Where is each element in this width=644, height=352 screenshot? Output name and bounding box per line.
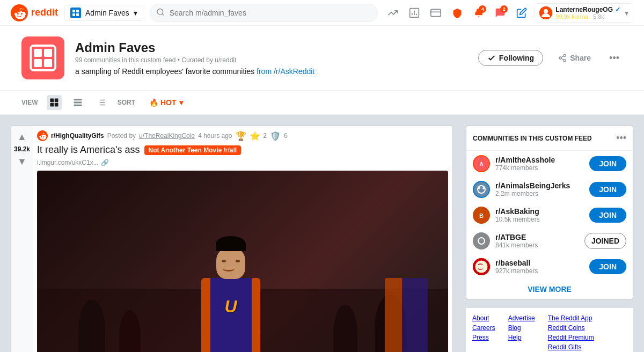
help-link[interactable]: Help	[508, 334, 535, 341]
join-aita-button[interactable]: JOIN	[589, 156, 626, 171]
feed-description: a sampling of Reddit employees' favorite…	[75, 67, 467, 76]
post-meta: r/HighQualityGifs Posted by u/TheRealKin…	[37, 130, 448, 141]
community-members: 2.2m members	[495, 190, 584, 197]
community-avatar-askbaking: B	[473, 207, 490, 224]
author-link[interactable]: u/TheRealKingCole	[139, 132, 195, 140]
nav-icons-group: 4 2 LanterneRougeOG ✓ 99.9k karma 5.8k	[384, 3, 633, 23]
following-button[interactable]: Following	[478, 50, 543, 66]
svg-point-48	[474, 233, 489, 248]
reddit-app-link[interactable]: The Reddit App	[548, 314, 594, 322]
community-item: r/ATBGE 841k members JOINED	[466, 228, 633, 254]
shield-icon-button[interactable]	[449, 4, 466, 21]
card-view-button[interactable]	[47, 95, 62, 110]
feed-selector-button[interactable]: Admin Faves ▾	[64, 5, 143, 21]
blog-link[interactable]: Blog	[508, 324, 535, 332]
svg-point-5	[157, 9, 163, 14]
user-info: LanterneRougeOG ✓ 99.9k karma 5.8k	[555, 6, 620, 20]
svg-point-17	[564, 60, 566, 62]
community-info-askbaking: r/AskBaking 10.5k members	[495, 207, 584, 223]
joined-atbge-button[interactable]: JOINED	[584, 233, 626, 249]
sidebar: Communities In This Custom Feed ••• A r/…	[466, 126, 633, 352]
community-item: r/AnimalsBeingJerks 2.2m members JOIN	[466, 177, 633, 202]
content-toolbar: VIEW SORT 🔥 HOT ▾	[0, 91, 644, 115]
feed-chevron-icon: ▾	[134, 9, 137, 17]
user-menu-button[interactable]: LanterneRougeOG ✓ 99.9k karma 5.8k ▾	[535, 3, 633, 23]
svg-rect-21	[54, 99, 58, 102]
trending-icon-button[interactable]	[384, 4, 401, 21]
svg-line-18	[561, 58, 564, 60]
svg-text:A: A	[479, 161, 484, 167]
careers-link[interactable]: Careers	[472, 324, 495, 332]
svg-text:B: B	[479, 212, 484, 219]
feed-title: Admin Faves	[75, 40, 467, 55]
logo-dot-4	[44, 59, 52, 67]
post-body: r/HighQualityGifs Posted by u/TheRealKin…	[33, 126, 452, 352]
press-link[interactable]: Press	[472, 334, 495, 341]
award-count-1: 2	[264, 132, 267, 140]
award-badge-2: ⭐	[250, 131, 260, 141]
join-askbaking-button[interactable]: JOIN	[589, 208, 626, 223]
svg-line-6	[162, 13, 164, 15]
svg-rect-4	[76, 13, 79, 16]
pencil-icon-button[interactable]	[513, 4, 530, 21]
feed-logo	[21, 36, 64, 79]
view-more-communities-button[interactable]: VIEW MORE	[466, 280, 633, 299]
svg-rect-20	[50, 99, 54, 102]
community-avatar-abj	[473, 181, 490, 198]
downvote-button[interactable]: ▼	[16, 155, 28, 168]
notification-icon-button[interactable]: 4	[470, 4, 487, 21]
reddit-gifts-link[interactable]: Reddit Gifts	[548, 343, 594, 351]
reddit-premium-link[interactable]: Reddit Premium	[548, 334, 594, 341]
reddit-coins-link[interactable]: Reddit Coins	[548, 324, 594, 332]
more-options-button[interactable]: •••	[606, 49, 623, 67]
subreddit-link[interactable]: r/HighQualityGifs	[51, 132, 104, 140]
notification-badge: 4	[479, 5, 486, 13]
search-icon	[156, 8, 165, 18]
logo-dot-1	[34, 49, 42, 57]
avatar	[539, 6, 552, 19]
svg-point-42	[474, 182, 489, 197]
community-info-atbge: r/ATBGE 841k members	[495, 233, 579, 249]
compact-view-button[interactable]	[70, 95, 85, 110]
join-abj-button[interactable]: JOIN	[589, 182, 626, 197]
external-link-icon: 🔗	[101, 159, 109, 166]
svg-rect-3	[72, 13, 75, 16]
reddit-logo-link[interactable]: reddit	[11, 4, 58, 21]
upvote-button[interactable]: ▲	[16, 130, 28, 143]
post-image: U	[37, 171, 448, 352]
feed-desc-link[interactable]: from /r/AskReddit	[257, 67, 314, 76]
sidebar-more-button[interactable]: •••	[616, 133, 626, 144]
hot-sort-button[interactable]: 🔥 HOT ▾	[144, 96, 188, 109]
community-info-abj: r/AnimalsBeingJerks 2.2m members	[495, 181, 584, 197]
post-card: ▲ 39.2k ▼ r/HighQualityGifs Posted by u/…	[11, 126, 453, 352]
share-button[interactable]: Share	[550, 50, 599, 65]
community-members: 841k members	[495, 241, 579, 249]
community-name: r/AskBaking	[495, 207, 584, 216]
community-name: r/ATBGE	[495, 233, 579, 241]
reddit-logo-icon	[11, 4, 28, 21]
advertise-link[interactable]: Advertise	[508, 314, 535, 322]
reddit-wordmark: reddit	[31, 7, 58, 18]
community-info-aita: r/AmItheAsshole 774k members	[495, 156, 584, 172]
svg-point-16	[559, 57, 561, 59]
search-input[interactable]	[150, 4, 378, 22]
time-ago: 4 hours ago	[198, 132, 232, 140]
search-container	[150, 4, 378, 22]
view-label: VIEW	[21, 99, 38, 106]
svg-rect-25	[74, 102, 82, 104]
award-count-2: 6	[284, 132, 288, 140]
svg-rect-26	[74, 105, 82, 106]
chat-badge: 2	[500, 5, 508, 13]
svg-rect-11	[431, 9, 441, 16]
join-baseball-button[interactable]: JOIN	[589, 259, 626, 274]
logo-dot-3	[34, 59, 42, 67]
list-view-button[interactable]	[94, 95, 109, 110]
community-item: A r/AmItheAsshole 774k members JOIN	[466, 151, 633, 177]
coins-icon-button[interactable]	[427, 4, 444, 21]
feed-icon	[70, 8, 81, 18]
about-link[interactable]: About	[472, 314, 495, 322]
chat-icon-button[interactable]: 2	[492, 4, 509, 21]
svg-point-45	[482, 187, 485, 189]
post-external-link[interactable]: i.imgur.com/ukxC1x... 🔗	[37, 159, 448, 166]
chart-icon-button[interactable]	[406, 4, 423, 21]
